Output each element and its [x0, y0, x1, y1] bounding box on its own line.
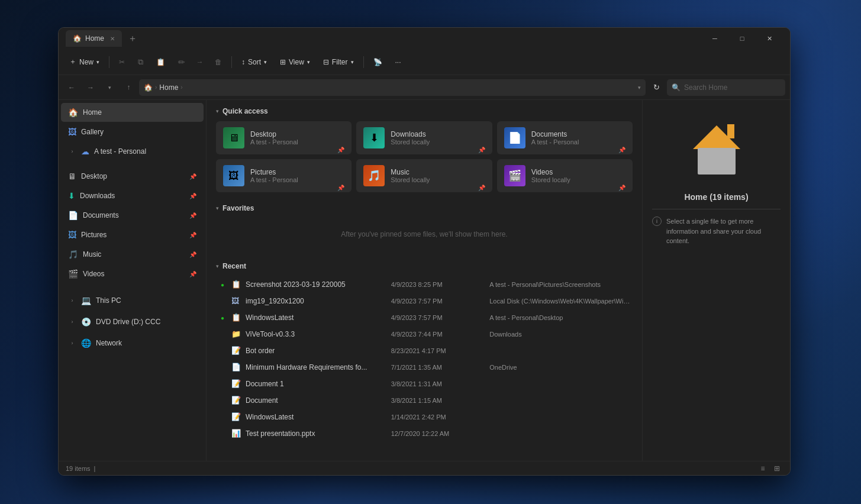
minimize-button[interactable]: ─ [701, 29, 728, 48]
favorites-header[interactable]: ▾ Favorites [216, 204, 633, 212]
rename-icon: ✏ [178, 57, 185, 67]
sidebar-item-music[interactable]: 🎵 Music 📌 [61, 245, 204, 264]
quick-item-desktop[interactable]: 🖥 Desktop A test - Personal 📌 [216, 121, 352, 154]
details-info-icon: i [652, 217, 662, 226]
music-folder-sub: Stored locally [391, 176, 472, 183]
recent-locations-button[interactable]: ▾ [101, 79, 118, 96]
recent-location-1: Local Disk (C:\Windows\Web\4K\Wallpaper\… [489, 298, 630, 305]
sidebar-item-downloads[interactable]: ⬇ Downloads 📌 [61, 186, 204, 205]
recent-name-1: img19_1920x1200 [246, 297, 386, 305]
tab-home-icon: 🏠 [73, 34, 82, 43]
recent-location-0: A test - Personal\Pictures\Screenshots [489, 281, 630, 288]
path-label: Home [159, 83, 178, 92]
documents-folder-name: Documents [531, 130, 612, 138]
cast-button[interactable]: 📡 [367, 53, 388, 72]
favorites-section: After you've pinned some files, we'll sh… [216, 218, 633, 250]
quick-access-header[interactable]: ▾ Quick access [216, 107, 633, 115]
videos-nav-icon: 🎬 [68, 269, 78, 279]
downloads-folder-name: Downloads [391, 130, 472, 138]
documents-nav-icon: 📄 [68, 211, 78, 220]
address-bar: ← → ▾ → 🏠 › Home › ▾ ↻ 🔍 Search Home [59, 75, 790, 100]
up-button[interactable]: → [120, 79, 137, 96]
copy-button[interactable]: ⧉ [132, 53, 149, 72]
home-nav-icon: 🏠 [68, 108, 78, 117]
recent-status-7 [218, 396, 227, 405]
recent-icon-5: 📄 [231, 363, 241, 372]
recent-item-8[interactable]: 📝 WindowsLatest 1/14/2021 2:42 PM [216, 409, 633, 425]
recent-item-6[interactable]: 📝 Document 1 3/8/2021 1:31 AM [216, 376, 633, 392]
downloads-folder-sub: Stored locally [391, 138, 472, 146]
cast-icon: 📡 [373, 58, 382, 66]
recent-date-2: 4/9/2023 7:57 PM [391, 314, 485, 321]
quick-item-pictures[interactable]: 🖼 Pictures A test - Personal 📌 [216, 159, 352, 192]
recent-item-5[interactable]: 📄 Minimum Hardware Requirements fo... 7/… [216, 359, 633, 376]
delete-button[interactable]: 🗑 [209, 53, 228, 72]
sort-icon: ↕ [241, 58, 245, 66]
sidebar-thispc-label: This PC [96, 296, 121, 305]
view-button[interactable]: ⊞ View ▾ [274, 53, 316, 72]
sidebar-item-pictures[interactable]: 🖼 Pictures 📌 [61, 225, 204, 244]
close-button[interactable]: ✕ [756, 29, 783, 48]
filter-button[interactable]: ⊟ Filter ▾ [317, 53, 360, 72]
svg-rect-2 [698, 148, 736, 175]
forward-button[interactable]: → [82, 79, 99, 96]
quick-item-documents[interactable]: 📄 Documents A test - Personal 📌 [497, 121, 633, 154]
recent-item-2[interactable]: ● 📋 WindowsLatest 4/9/2023 7:57 PM A tes… [216, 309, 633, 326]
recent-item-1[interactable]: 🖼 img19_1920x1200 4/9/2023 7:57 PM Local… [216, 293, 633, 309]
new-button[interactable]: ＋ New ▾ [63, 53, 105, 72]
refresh-button[interactable]: ↻ [648, 79, 665, 96]
recent-item-3[interactable]: 📁 ViVeTool-v0.3.3 4/9/2023 7:44 PM Downl… [216, 326, 633, 343]
toolbar-sep-3 [363, 56, 364, 68]
recent-status-4 [218, 347, 227, 355]
sidebar-item-videos[interactable]: 🎬 Videos 📌 [61, 264, 204, 283]
sidebar-network-section[interactable]: › 🌐 Network [61, 334, 204, 353]
search-box[interactable]: 🔍 Search Home [667, 79, 785, 96]
recent-header[interactable]: ▾ Recent [216, 262, 633, 270]
quick-access-title: Quick access [222, 107, 268, 115]
new-tab-button[interactable]: ＋ [124, 30, 141, 47]
thispc-nav-icon: 💻 [81, 296, 91, 305]
sort-button[interactable]: ↕ Sort ▾ [236, 53, 273, 72]
recent-icon-0: 📋 [231, 280, 241, 289]
paste-button[interactable]: 📋 [150, 53, 171, 72]
sidebar-item-gallery[interactable]: 🖼 Gallery [61, 122, 204, 141]
home-tab[interactable]: 🏠 Home ✕ [66, 30, 122, 47]
sidebar-item-documents[interactable]: 📄 Documents 📌 [61, 206, 204, 225]
quick-item-downloads[interactable]: ⬇ Downloads Stored locally 📌 [356, 121, 492, 154]
address-path[interactable]: 🏠 › Home › ▾ [139, 79, 646, 96]
sidebar-dvd-section[interactable]: › 💿 DVD Drive (D:) CCC [61, 312, 204, 331]
details-view-button[interactable]: ≡ [757, 463, 769, 474]
share-button[interactable]: ↑ [192, 53, 208, 72]
quick-access-chevron: ▾ [216, 108, 219, 114]
status-items-count: 19 items [66, 465, 91, 472]
recent-item-0[interactable]: ● 📋 Screenshot 2023-03-19 220005 4/9/202… [216, 276, 633, 293]
videos-folder-sub: Stored locally [531, 176, 612, 183]
recent-title: Recent [222, 262, 246, 270]
path-end-separator: › [180, 84, 182, 91]
recent-item-7[interactable]: 📝 Document 3/8/2021 1:15 AM [216, 392, 633, 409]
recent-name-7: Document [246, 396, 386, 405]
cut-button[interactable]: ✂ [113, 53, 131, 72]
pictures-folder-name: Pictures [250, 168, 331, 176]
recent-date-9: 12/7/2020 12:22 AM [391, 430, 485, 437]
recent-date-3: 4/9/2023 7:44 PM [391, 331, 485, 338]
sidebar-item-home[interactable]: 🏠 Home [61, 103, 204, 122]
cut-icon: ✂ [119, 58, 125, 66]
sidebar-this-pc-section[interactable]: › 💻 This PC [61, 291, 204, 310]
maximize-button[interactable]: □ [728, 29, 756, 48]
music-quick-pin: 📌 [478, 185, 485, 191]
quick-item-music[interactable]: 🎵 Music Stored locally 📌 [356, 159, 492, 192]
tab-close-icon[interactable]: ✕ [110, 35, 115, 42]
recent-item-4[interactable]: 📝 Bot order 8/23/2021 4:17 PM [216, 343, 633, 359]
tiles-view-button[interactable]: ⊞ [771, 463, 783, 474]
back-button[interactable]: ← [63, 79, 80, 96]
recent-icon-8: 📝 [231, 412, 241, 422]
recent-item-9[interactable]: 📊 Test presentation.pptx 12/7/2020 12:22… [216, 425, 633, 442]
more-button[interactable]: ··· [389, 53, 407, 72]
new-chevron: ▾ [96, 59, 99, 65]
sidebar-item-atest[interactable]: › ☁ A test - Personal [61, 142, 204, 161]
quick-item-videos[interactable]: 🎬 Videos Stored locally 📌 [497, 159, 633, 192]
sidebar-item-desktop[interactable]: 🖥 Desktop 📌 [61, 167, 204, 186]
favorites-title: Favorites [222, 204, 254, 212]
rename-button[interactable]: ✏ [172, 53, 191, 72]
